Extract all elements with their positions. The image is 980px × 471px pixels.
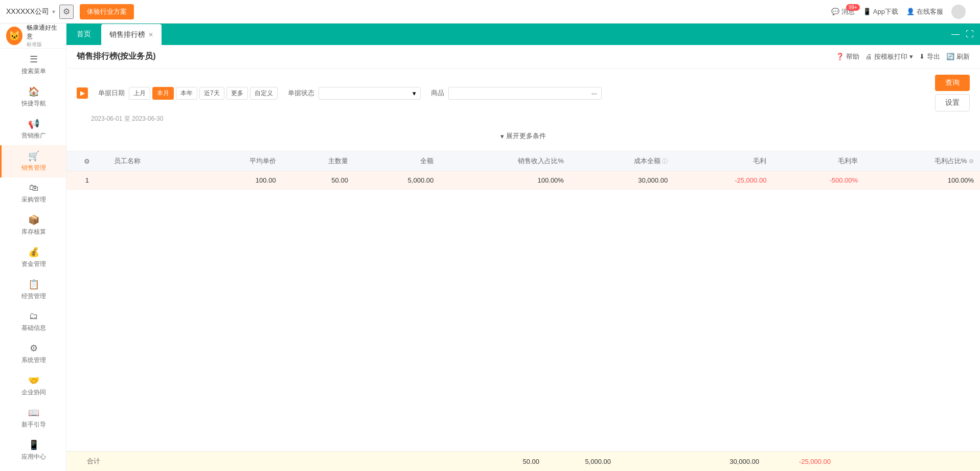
- sidebar-item-quick-nav[interactable]: 🏠 快捷导航: [0, 81, 66, 113]
- business-icon: 📋: [28, 279, 39, 290]
- expand-more-btn[interactable]: ▾ 展开更多条件: [500, 131, 546, 141]
- cell-profit-pct: 100.00%: [864, 171, 980, 190]
- logo-icon: 🐱: [6, 27, 22, 45]
- template-print-btn[interactable]: 🖨 按模板打印 ▾: [865, 52, 913, 61]
- company-selector[interactable]: XXXXXX公司 ▾: [6, 7, 55, 16]
- company-name: XXXXXX公司: [6, 7, 49, 16]
- sidebar-item-label: 应用中心: [21, 453, 46, 461]
- refresh-btn[interactable]: 🔄 刷新: [946, 52, 970, 61]
- sidebar-item-finance[interactable]: 💰 资金管理: [0, 241, 66, 274]
- logo-text: 畅康通好生意: [27, 24, 60, 41]
- filter-row: ▶ 单据日期 上月 本月 本年 近7天 更多 自定义: [77, 75, 970, 111]
- header-settings-btn[interactable]: ⚙: [59, 5, 74, 19]
- sidebar-item-label: 基础信息: [21, 324, 46, 332]
- sidebar-item-label: 新手引导: [21, 420, 46, 429]
- cell-index: 1: [66, 171, 108, 190]
- cell-main-qty: 50.00: [282, 171, 354, 190]
- filter-area: ▶ 单据日期 上月 本月 本年 近7天 更多 自定义: [66, 69, 980, 151]
- goods-input[interactable]: ···: [448, 87, 602, 100]
- sidebar-item-label: 经营管理: [21, 292, 46, 301]
- col-name: 员工名称: [108, 151, 195, 171]
- export-label: 导出: [927, 52, 940, 61]
- app-center-icon: 📱: [28, 439, 39, 451]
- col-avg-price: 平均单价: [195, 151, 282, 171]
- app-icon: 📱: [863, 8, 871, 15]
- footer-main-qty: 50.00: [478, 458, 539, 465]
- content-area: 首页 销售排行榜 ✕ — ⛶ 销售排行榜(按业务员) ❓ 帮助: [66, 24, 980, 471]
- sidebar-item-basic[interactable]: 🗂 基础信息: [0, 306, 66, 338]
- help-icon: ❓: [836, 53, 844, 60]
- app-download-btn[interactable]: 📱 App下载: [863, 7, 898, 16]
- table-container: ⚙ 员工名称 平均单价 主数量 全额 销售收入占比% 成本全额 ⓘ 毛利 毛利率…: [66, 151, 980, 451]
- user-avatar[interactable]: [951, 5, 966, 19]
- sidebar-item-purchase[interactable]: 🛍 采购管理: [0, 177, 66, 209]
- main-layout: 🐱 畅康通好生意 标准版 ☰ 搜索菜单 🏠 快捷导航 📢 营销推广 🛒 销售管理…: [0, 24, 980, 471]
- date-opt-this-month[interactable]: 本月: [152, 87, 174, 100]
- cell-amount: 5,000.00: [354, 171, 440, 190]
- cost-info-icon[interactable]: ⓘ: [662, 158, 668, 164]
- data-table: ⚙ 员工名称 平均单价 主数量 全额 销售收入占比% 成本全额 ⓘ 毛利 毛利率…: [66, 151, 980, 190]
- sidebar-item-wechat[interactable]: 💬 企业微信: [0, 466, 66, 471]
- status-input[interactable]: ▾: [318, 87, 421, 100]
- sidebar-item-label: 企业协同: [21, 388, 46, 397]
- date-opt-more[interactable]: 更多: [226, 87, 248, 100]
- tab-expand-btn[interactable]: ⛶: [966, 30, 974, 39]
- tab-minimize-btn[interactable]: —: [951, 30, 960, 39]
- message-icon: 💬: [831, 8, 839, 15]
- inventory-icon: 📦: [28, 214, 39, 226]
- sidebar-logo: 🐱 畅康通好生意 标准版: [0, 24, 66, 49]
- profit-pct-settings-icon[interactable]: ⚙: [969, 158, 974, 164]
- refresh-icon: 🔄: [946, 53, 954, 60]
- filter-expand-icon[interactable]: ▶: [77, 87, 88, 99]
- cell-sales-pct: 100.00%: [440, 171, 570, 190]
- footer-amount: 5,000.00: [539, 458, 611, 465]
- online-service-btn[interactable]: 👤 在线客服: [906, 7, 943, 16]
- col-sales-pct: 销售收入占比%: [440, 151, 570, 171]
- page-actions: ❓ 帮助 🖨 按模板打印 ▾ ⬇ 导出 🔄 刷新: [836, 52, 970, 61]
- settings-button[interactable]: 设置: [935, 94, 970, 111]
- purchase-icon: 🛍: [29, 183, 38, 193]
- tab-sales-ranking[interactable]: 销售排行榜 ✕: [101, 24, 162, 46]
- sidebar-item-search[interactable]: ☰ 搜索菜单: [0, 49, 66, 81]
- cell-name: [108, 171, 195, 190]
- message-badge: 99+: [846, 4, 860, 11]
- app-download-label: App下载: [873, 7, 898, 16]
- print-icon: 🖨: [865, 53, 872, 60]
- expand-more-icon: ▾: [500, 132, 504, 140]
- page-title: 销售排行榜(按业务员): [77, 51, 156, 62]
- col-amount: 全额: [354, 151, 440, 171]
- sidebar-item-marketing[interactable]: 📢 营销推广: [0, 113, 66, 145]
- sidebar-item-label: 系统管理: [21, 356, 46, 365]
- sidebar: 🐱 畅康通好生意 标准版 ☰ 搜索菜单 🏠 快捷导航 📢 营销推广 🛒 销售管理…: [0, 24, 66, 471]
- filter-actions: 查询 设置: [935, 75, 970, 111]
- date-filter: 单据日期 上月 本月 本年 近7天 更多 自定义: [98, 87, 278, 100]
- table-header-row: ⚙ 员工名称 平均单价 主数量 全额 销售收入占比% 成本全额 ⓘ 毛利 毛利率…: [66, 151, 980, 171]
- sidebar-item-inventory[interactable]: 📦 库存核算: [0, 209, 66, 241]
- query-button[interactable]: 查询: [935, 75, 970, 91]
- sidebar-item-sales[interactable]: 🛒 销售管理: [0, 145, 66, 177]
- search-icon: ☰: [30, 54, 38, 65]
- date-opt-last-month[interactable]: 上月: [129, 87, 150, 100]
- online-service-label: 在线客服: [917, 7, 943, 16]
- date-label: 单据日期: [98, 88, 125, 98]
- sales-icon: 🛒: [28, 150, 39, 162]
- help-btn[interactable]: ❓ 帮助: [836, 52, 859, 61]
- col-settings[interactable]: ⚙: [66, 151, 108, 171]
- home-icon: 🏠: [28, 86, 39, 97]
- date-opt-7days[interactable]: 近7天: [199, 87, 224, 100]
- date-options: 上月 本月 本年 近7天 更多 自定义: [129, 87, 278, 100]
- expand-more-row: ▾ 展开更多条件: [77, 123, 970, 145]
- export-btn[interactable]: ⬇ 导出: [919, 52, 940, 61]
- trial-button[interactable]: 体验行业方案: [80, 4, 134, 19]
- sidebar-item-guide[interactable]: 📖 新手引导: [0, 402, 66, 434]
- date-opt-this-year[interactable]: 本年: [176, 87, 197, 100]
- message-btn[interactable]: 💬 消息 99+: [831, 7, 855, 16]
- sidebar-item-cooperation[interactable]: 🤝 企业协同: [0, 370, 66, 402]
- tab-close-icon[interactable]: ✕: [148, 31, 153, 38]
- tab-label: 销售排行榜: [109, 30, 145, 39]
- date-opt-custom[interactable]: 自定义: [250, 87, 278, 100]
- sidebar-item-business[interactable]: 📋 经营管理: [0, 274, 66, 306]
- tab-home[interactable]: 首页: [66, 24, 101, 45]
- sidebar-item-app-center[interactable]: 📱 应用中心: [0, 434, 66, 466]
- sidebar-item-system[interactable]: ⚙ 系统管理: [0, 338, 66, 370]
